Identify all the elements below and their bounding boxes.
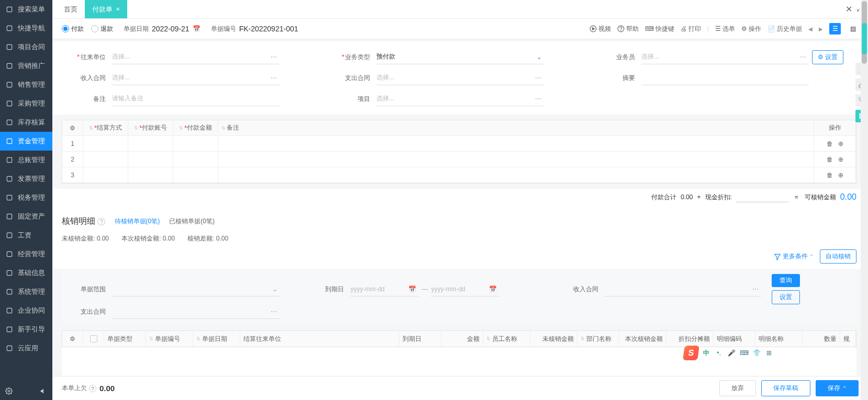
project-input[interactable]: 选择...⋯ bbox=[376, 92, 544, 106]
sidebar-item-13[interactable]: 经营管理 bbox=[0, 245, 52, 264]
more-icon[interactable]: ⋯ bbox=[752, 285, 759, 293]
sidebar-item-16[interactable]: 企业协同 bbox=[0, 301, 52, 320]
table-row[interactable]: 3🗑⊕ bbox=[62, 167, 856, 183]
auto-verify-button[interactable]: 自动核销 bbox=[820, 249, 856, 264]
col-account[interactable]: ⇅*付款账号 bbox=[128, 120, 173, 135]
date-value[interactable]: 2022-09-21 bbox=[152, 25, 190, 33]
settings-button[interactable]: ⚙ 设置 bbox=[812, 50, 843, 64]
col2-discount[interactable]: 折扣分摊额 bbox=[666, 331, 714, 347]
col-remark[interactable]: ⇅备注 bbox=[218, 120, 814, 135]
due-end-input[interactable]: yyyy-mm-dd📅 bbox=[431, 282, 499, 296]
more-icon[interactable]: ⋯ bbox=[800, 53, 807, 61]
action-select[interactable]: ☰选单 bbox=[715, 25, 735, 33]
delete-icon[interactable]: 🗑 bbox=[827, 140, 833, 147]
sidebar-item-2[interactable]: 项目合同 bbox=[0, 38, 52, 56]
table-row[interactable]: 2🗑⊕ bbox=[62, 152, 856, 167]
more-filter-link[interactable]: 更多条件⌃ bbox=[774, 249, 814, 264]
query-button[interactable]: 查询 bbox=[772, 274, 800, 287]
ime-keyboard-icon[interactable]: ⌨ bbox=[739, 348, 749, 358]
sidebar-item-9[interactable]: 发票管理 bbox=[0, 169, 52, 188]
ime-punct-icon[interactable]: •, bbox=[714, 348, 724, 358]
col2-emp[interactable]: ⇅员工名称 bbox=[483, 331, 530, 347]
cell-method[interactable] bbox=[83, 152, 128, 167]
copy-icon[interactable]: ⊕ bbox=[838, 156, 843, 163]
view-grid-icon[interactable]: ▤ bbox=[847, 23, 859, 35]
grid2-gear-icon[interactable]: ⚙ bbox=[62, 331, 83, 347]
action-video[interactable]: 视频 bbox=[589, 25, 611, 33]
ime-mic-icon[interactable]: 🎤 bbox=[727, 348, 736, 358]
calendar-icon[interactable]: 📅 bbox=[193, 25, 201, 32]
partner-input[interactable]: 选择...⋯ bbox=[112, 50, 280, 64]
ime-zh-icon[interactable]: 中 bbox=[702, 348, 711, 358]
ime-widget[interactable]: S 中 •, 🎤 ⌨ 👕 ⊞ bbox=[684, 346, 774, 360]
col2-spec[interactable]: 规 bbox=[840, 331, 856, 347]
sidebar-item-4[interactable]: 销售管理 bbox=[0, 75, 52, 94]
remark-input[interactable]: 请输入备注 bbox=[112, 92, 280, 106]
discard-button[interactable]: 放弃 bbox=[719, 380, 756, 396]
col-method[interactable]: ⇅*结算方式 bbox=[83, 120, 128, 135]
save-draft-button[interactable]: 保存草稿 bbox=[761, 380, 810, 396]
salesman-input[interactable]: 选择...⋯ bbox=[641, 50, 809, 64]
tab-done[interactable]: 已核销单据(0笔) bbox=[169, 217, 215, 226]
sidebar-item-7[interactable]: 资金管理 bbox=[0, 132, 52, 151]
info-icon[interactable]: ? bbox=[97, 218, 105, 225]
sidebar-item-3[interactable]: 营销推广 bbox=[0, 56, 52, 75]
cell-account[interactable] bbox=[128, 136, 173, 151]
scroll-thumb-accent[interactable] bbox=[862, 23, 867, 54]
cell-amount[interactable] bbox=[173, 167, 218, 182]
action-operate[interactable]: ⚙操作 bbox=[741, 25, 761, 33]
scrollbar[interactable] bbox=[861, 0, 868, 400]
sidebar-item-8[interactable]: 总账管理 bbox=[0, 151, 52, 169]
grid-gear-icon[interactable]: ⚙ bbox=[62, 120, 83, 135]
info-icon[interactable]: ? bbox=[89, 385, 96, 392]
cell-remark[interactable] bbox=[218, 152, 814, 167]
action-shortcut[interactable]: ⌨快捷键 bbox=[645, 25, 674, 33]
sidebar-item-11[interactable]: 固定资产 bbox=[0, 207, 52, 226]
delete-icon[interactable]: 🗑 bbox=[827, 156, 833, 163]
copy-icon[interactable]: ⊕ bbox=[838, 172, 843, 179]
col2-date[interactable]: ⇅单据日期 bbox=[193, 331, 240, 347]
chevron-down-icon[interactable]: ⌄ bbox=[272, 285, 277, 293]
sidebar-item-1[interactable]: 快捷导航 bbox=[0, 19, 52, 38]
delete-icon[interactable]: 🗑 bbox=[827, 172, 833, 179]
more-icon[interactable]: ⋯ bbox=[535, 95, 542, 102]
cell-remark[interactable] bbox=[218, 136, 814, 151]
col2-due[interactable]: 到期日 bbox=[399, 331, 441, 347]
gear-icon[interactable] bbox=[5, 387, 13, 397]
prev-icon[interactable]: ◀ bbox=[808, 26, 813, 32]
discount-input[interactable] bbox=[736, 192, 788, 202]
col2-this[interactable]: 本次核销金额 bbox=[619, 331, 666, 347]
col2-no[interactable]: ⇅单据编号 bbox=[146, 331, 193, 347]
calendar-icon[interactable]: 📅 bbox=[489, 285, 497, 293]
biztype-select[interactable]: 预付款⌄ bbox=[376, 50, 544, 64]
sidebar-item-17[interactable]: 新手引导 bbox=[0, 320, 52, 339]
summary-input[interactable] bbox=[641, 71, 809, 85]
cell-method[interactable] bbox=[83, 136, 128, 151]
cell-account[interactable] bbox=[128, 152, 173, 167]
chevron-down-icon[interactable]: ⌄ bbox=[537, 53, 542, 61]
col2-type[interactable]: 单据类型 bbox=[104, 331, 146, 347]
col2-amount[interactable]: 金额 bbox=[441, 331, 483, 347]
tab-pending[interactable]: 待核销单据(0笔) bbox=[115, 217, 160, 226]
ime-skin-icon[interactable]: 👕 bbox=[752, 348, 761, 358]
action-help[interactable]: 帮助 bbox=[617, 25, 639, 33]
view-list-icon[interactable]: ☰ bbox=[829, 23, 841, 35]
expend2-input[interactable]: ⋯ bbox=[112, 304, 280, 319]
tab-payment[interactable]: 付款单✕ bbox=[85, 0, 127, 18]
cell-method[interactable] bbox=[83, 167, 128, 182]
close-icon[interactable]: ✕ bbox=[116, 6, 120, 12]
radio-refund[interactable]: 退款 bbox=[91, 25, 113, 33]
volume-icon[interactable] bbox=[40, 387, 47, 397]
copy-icon[interactable]: ⊕ bbox=[838, 140, 843, 147]
table-row[interactable]: 1🗑⊕ bbox=[62, 136, 856, 152]
sidebar-item-5[interactable]: 采购管理 bbox=[0, 94, 52, 113]
next-icon[interactable]: ▶ bbox=[819, 26, 823, 32]
cell-amount[interactable] bbox=[173, 152, 218, 167]
more-icon[interactable]: ⋯ bbox=[271, 53, 277, 61]
calendar-icon[interactable]: 📅 bbox=[408, 285, 416, 293]
col2-dept[interactable]: ⇅部门名称 bbox=[577, 331, 619, 347]
income-contract-input[interactable]: 选择...⋯ bbox=[112, 71, 280, 85]
due-start-input[interactable]: yyyy-mm-dd📅 bbox=[350, 282, 418, 296]
col2-partner[interactable]: 结算往来单位 bbox=[240, 331, 399, 347]
col2-qty[interactable]: 数量 bbox=[803, 331, 840, 347]
